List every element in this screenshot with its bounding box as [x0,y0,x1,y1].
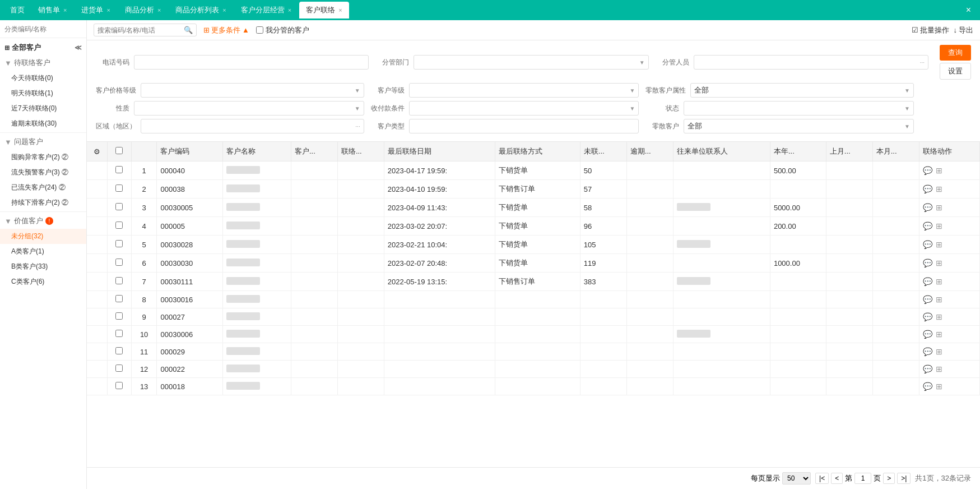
close-purchase-tab[interactable]: × [106,7,110,13]
td-last-contact-way[interactable]: 下销货单 [495,254,580,273]
my-customers-checkbox[interactable] [256,26,263,34]
select-all-checkbox[interactable] [115,147,123,154]
call-icon[interactable]: 💬 [923,259,932,267]
first-page-btn[interactable]: |< [815,473,829,484]
filter-more-btn[interactable]: ⊞ 更多条件 ▲ [203,25,249,35]
row-checkbox[interactable] [115,259,123,266]
td-last-contact-way[interactable] [495,361,580,378]
more-action-icon[interactable]: ⊞ [936,382,942,391]
call-icon[interactable]: 💬 [923,347,932,356]
call-icon[interactable]: 💬 [923,203,932,212]
search-btn[interactable]: 查询 [940,45,971,61]
last-contact-way-link[interactable]: 下销售订单 [499,277,535,285]
more-action-icon[interactable]: ⊞ [936,365,942,373]
row-checkbox[interactable] [115,312,123,320]
call-icon[interactable]: 💬 [923,166,932,175]
td-last-contact-way[interactable]: 下销货单 [495,162,580,180]
last-contact-way-link[interactable]: 下销货单 [499,222,528,230]
phone-input[interactable] [134,55,369,70]
td-last-contact-way[interactable]: 下销货单 [495,217,580,236]
call-icon[interactable]: 💬 [923,365,932,373]
sidebar-item-class-c[interactable]: C类客户(6) [0,274,86,289]
prev-page-btn[interactable]: < [831,473,843,484]
td-last-contact-way[interactable] [495,291,580,308]
more-action-icon[interactable]: ⊞ [936,222,942,230]
per-page-select[interactable]: 50 20 100 [782,472,811,485]
more-action-icon[interactable]: ⊞ [936,184,942,193]
nav-tab-product-list[interactable]: 商品分析列表 × [169,2,233,19]
sidebar-item-overdue[interactable]: 逾期未联络(30) [0,116,86,131]
filter-search-input[interactable] [97,26,182,34]
more-action-icon[interactable]: ⊞ [936,203,942,212]
last-contact-way-link[interactable]: 下销售订单 [499,184,535,193]
close-customer-contact-tab[interactable]: × [338,7,342,13]
sidebar-item-declining[interactable]: 持续下滑客户(2) ② [0,195,86,210]
status-input[interactable]: ▼ [684,101,914,116]
td-last-contact-way[interactable] [495,308,580,326]
call-icon[interactable]: 💬 [923,184,932,193]
call-icon[interactable]: 💬 [923,312,932,321]
last-contact-way-link[interactable]: 下销货单 [499,259,528,267]
sidebar-item-class-b[interactable]: B类客户(33) [0,259,86,274]
more-action-icon[interactable]: ⊞ [936,312,942,321]
last-page-btn[interactable]: >| [897,473,911,484]
td-last-contact-way[interactable] [495,378,580,395]
filter-search-icon[interactable]: 🔍 [184,26,193,34]
more-action-icon[interactable]: ⊞ [936,259,942,267]
call-icon[interactable]: 💬 [923,222,932,230]
last-contact-way-link[interactable]: 下销货单 [499,166,528,174]
td-last-contact-way[interactable]: 下销售订单 [495,273,580,291]
row-checkbox[interactable] [115,365,123,372]
more-action-icon[interactable]: ⊞ [936,347,942,356]
price-level-input[interactable]: ▼ [141,83,364,98]
call-icon[interactable]: 💬 [923,382,932,391]
manager-input[interactable]: ··· [694,55,928,70]
dept-input[interactable]: ▼ [414,55,648,70]
nav-tab-product-analysis[interactable]: 商品分析 × [118,2,168,19]
row-checkbox[interactable] [115,240,123,247]
payment-input[interactable]: ▼ [409,101,639,116]
close-product-list-tab[interactable]: × [222,7,226,13]
window-close-btn[interactable]: × [962,3,976,17]
sidebar-item-churned[interactable]: 已流失客户(24) ② [0,180,86,195]
more-action-icon[interactable]: ⊞ [936,166,942,175]
batch-operation-btn[interactable]: ☑ 批量操作 [912,25,949,35]
retail-customer-input[interactable]: 全部▼ [684,119,914,133]
td-last-contact-way[interactable] [495,326,580,343]
row-checkbox[interactable] [115,382,123,389]
sidebar-item-today[interactable]: 今天待联络(0) [0,71,86,86]
group-value-customers[interactable]: ▼ 价值客户 ! [0,213,86,229]
group-problem-customers[interactable]: ▼ 问题客户 [0,134,86,150]
customer-type-input[interactable] [409,119,639,133]
row-checkbox[interactable] [115,347,123,354]
sidebar-collapse-btn[interactable]: ≪ [75,44,82,52]
close-sales-tab[interactable]: × [63,7,67,13]
more-action-icon[interactable]: ⊞ [936,330,942,339]
retail-attr-input[interactable]: 全部▼ [690,83,914,98]
more-action-icon[interactable]: ⊞ [936,240,942,249]
region-input[interactable]: ··· [141,119,364,133]
group-pending-contact[interactable]: ▼ 待联络客户 [0,55,86,71]
customer-level-input[interactable]: ▼ [409,83,639,98]
row-checkbox[interactable] [115,166,123,173]
td-last-contact-way[interactable]: 下销货单 [495,199,580,217]
next-page-btn[interactable]: > [883,473,895,484]
th-settings[interactable]: ⚙ [87,142,107,162]
export-btn[interactable]: ↓ 导出 [954,25,974,35]
sidebar-item-abnormal[interactable]: 囤购异常客户(2) ② [0,150,86,165]
row-checkbox[interactable] [115,203,123,210]
sidebar-item-tomorrow[interactable]: 明天待联络(1) [0,86,86,101]
nav-tab-purchase[interactable]: 进货单 × [75,2,117,19]
td-last-contact-way[interactable] [495,343,580,361]
nav-tab-customer-layer[interactable]: 客户分层经营 × [234,2,298,19]
td-last-contact-way[interactable]: 下销货单 [495,236,580,254]
sidebar-item-churn-warning[interactable]: 流失预警客户(3) ② [0,165,86,180]
row-checkbox[interactable] [115,330,123,337]
reset-btn[interactable]: 设置 [940,63,971,80]
call-icon[interactable]: 💬 [923,277,932,286]
call-icon[interactable]: 💬 [923,330,932,339]
sidebar-item-7days[interactable]: 近7天待联络(0) [0,101,86,116]
nav-tab-customer-contact[interactable]: 客户联络 × [299,2,349,19]
td-last-contact-way[interactable]: 下销售订单 [495,180,580,199]
row-checkbox[interactable] [115,184,123,192]
